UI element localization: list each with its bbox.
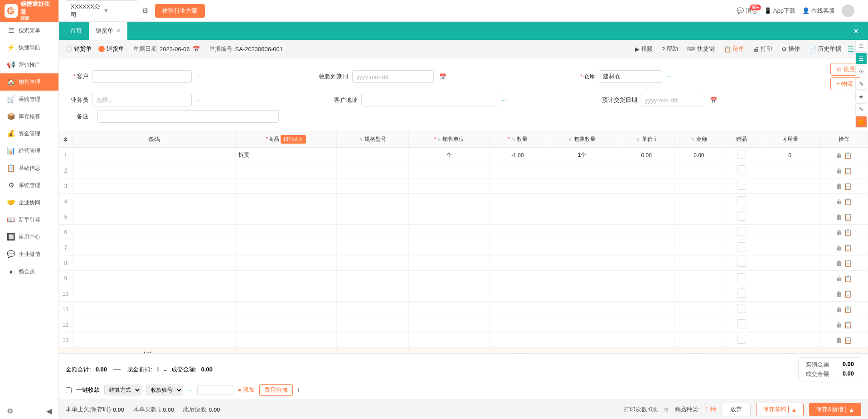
tab-home[interactable]: 首页 xyxy=(63,22,89,40)
cell-barcode-6[interactable] xyxy=(73,225,235,240)
delete-row-icon-8[interactable]: 🗑 xyxy=(836,260,842,267)
sidebar-item-operations[interactable]: 📊 经营管理 xyxy=(0,142,58,159)
cell-amount-5[interactable] xyxy=(675,209,723,225)
help-btn[interactable]: ? 帮助 xyxy=(659,43,681,54)
right-icon-5[interactable]: ★ xyxy=(855,91,867,102)
cell-gift-8[interactable] xyxy=(723,255,760,271)
cell-spec-13[interactable] xyxy=(336,332,408,348)
cell-qty-11[interactable] xyxy=(490,302,546,317)
sidebar-settings-btn[interactable]: ⚙ xyxy=(7,407,13,415)
cell-amount-6[interactable] xyxy=(675,225,723,240)
cell-qty-9[interactable] xyxy=(490,271,546,286)
cell-barcode-12[interactable] xyxy=(73,317,235,332)
copy-row-icon-7[interactable]: 📋 xyxy=(844,244,852,251)
copy-row-icon-13[interactable]: 📋 xyxy=(844,337,852,344)
cell-gift-1[interactable] xyxy=(723,148,760,163)
cell-qty-1[interactable]: -1.00 xyxy=(490,148,546,163)
cell-spec-7[interactable] xyxy=(336,240,408,255)
cell-unit-4[interactable] xyxy=(409,194,490,209)
cell-unit-price-6[interactable] xyxy=(618,225,675,240)
cell-barcode-5[interactable] xyxy=(73,209,235,225)
cell-goods-11[interactable] xyxy=(235,302,336,317)
cell-unit-9[interactable] xyxy=(409,271,490,286)
delete-row-icon-10[interactable]: 🗑 xyxy=(836,290,842,298)
customer-input[interactable] xyxy=(92,70,192,83)
cell-gift-9[interactable] xyxy=(723,271,760,286)
delete-row-icon-1[interactable]: 🗑 xyxy=(836,152,842,159)
cell-gift-4[interactable] xyxy=(723,194,760,209)
cell-unit-price-8[interactable] xyxy=(618,255,675,271)
cell-amount-4[interactable] xyxy=(675,194,723,209)
online-service-btn[interactable]: 👤 在线客服 xyxy=(802,7,835,15)
tab-close-right-btn[interactable]: ✕ xyxy=(849,27,863,35)
copy-row-icon-2[interactable]: 📋 xyxy=(844,167,852,174)
cell-amount-13[interactable] xyxy=(675,332,723,348)
copy-row-icon-11[interactable]: 📋 xyxy=(844,306,852,313)
cash-discount-info[interactable]: ℹ xyxy=(157,366,159,373)
arrears-info-icon[interactable]: ℹ xyxy=(159,406,161,413)
list-view-btn[interactable]: ☰ xyxy=(848,45,854,53)
copy-row-icon-10[interactable]: 📋 xyxy=(844,290,852,298)
cell-unit-price-3[interactable] xyxy=(618,178,675,194)
sidebar-item-finance[interactable]: 💰 资金管理 xyxy=(0,125,58,142)
date-calendar-icon[interactable]: 📅 xyxy=(193,46,200,53)
expense-split-btn[interactable]: 费用分摊 xyxy=(259,384,293,396)
cell-gift-2[interactable] xyxy=(723,163,760,178)
cell-amount-8[interactable] xyxy=(675,255,723,271)
cell-unit-price-1[interactable]: 0.00 xyxy=(618,148,675,163)
cell-barcode-3[interactable] xyxy=(73,178,235,194)
company-selector[interactable]: XXXXXX公司 ▼ xyxy=(66,0,138,21)
cell-amount-12[interactable] xyxy=(675,317,723,332)
cell-unit-price-5[interactable] xyxy=(618,209,675,225)
sidebar-item-sales-mgmt[interactable]: 🏠 销售管理 xyxy=(0,73,58,91)
right-icon-7[interactable]: 🔶 xyxy=(855,116,867,128)
cell-spec-2[interactable] xyxy=(336,163,408,178)
cell-goods-12[interactable] xyxy=(235,317,336,332)
cell-barcode-13[interactable] xyxy=(73,332,235,348)
cell-amount-3[interactable] xyxy=(675,178,723,194)
cell-spec-1[interactable] xyxy=(336,148,408,163)
cell-spec-10[interactable] xyxy=(336,286,408,302)
cell-barcode-11[interactable] xyxy=(73,302,235,317)
select-btn[interactable]: 📋 选单 xyxy=(721,43,747,54)
shortcut-btn[interactable]: ⌨ 快捷键 xyxy=(684,43,718,54)
cell-gift-6[interactable] xyxy=(723,225,760,240)
cell-qty-7[interactable] xyxy=(490,240,546,255)
sidebar-item-purchase-mgmt[interactable]: 🛒 采购管理 xyxy=(0,91,58,108)
cell-gift-3[interactable] xyxy=(723,178,760,194)
video-btn[interactable]: ▶ 视频 xyxy=(632,43,655,54)
remarks-input[interactable] xyxy=(97,110,279,123)
cell-spec-3[interactable] xyxy=(336,178,408,194)
sidebar-item-app-center[interactable]: 🔲 应用中心 xyxy=(0,228,58,246)
cell-unit-13[interactable] xyxy=(409,332,490,348)
cell-spec-6[interactable] xyxy=(336,225,408,240)
right-icon-6[interactable]: ✎ xyxy=(855,103,867,115)
delete-row-icon-2[interactable]: 🗑 xyxy=(836,167,842,174)
cell-pkg-qty-11[interactable] xyxy=(546,302,618,317)
delete-row-icon-7[interactable]: 🗑 xyxy=(836,244,842,251)
cell-goods-6[interactable] xyxy=(235,225,336,240)
cell-unit-price-11[interactable] xyxy=(618,302,675,317)
cell-qty-13[interactable] xyxy=(490,332,546,348)
right-icon-4[interactable]: ✎ xyxy=(855,78,867,90)
cell-unit-1[interactable]: 个 xyxy=(409,148,490,163)
th-settings[interactable]: ⚙ xyxy=(59,131,73,148)
cell-qty-5[interactable] xyxy=(490,209,546,225)
cell-unit-5[interactable] xyxy=(409,209,490,225)
add-payment-btn[interactable]: ● 添加 xyxy=(238,386,255,394)
customer-address-more-btn[interactable]: ··· xyxy=(502,97,506,103)
scan-barcode-btn[interactable]: 扫码录入 xyxy=(281,135,306,144)
cell-goods-3[interactable] xyxy=(235,178,336,194)
warehouse-more-btn[interactable]: ··· xyxy=(667,73,671,80)
copy-row-icon-8[interactable]: 📋 xyxy=(844,260,852,267)
history-btn[interactable]: 📄 历史单据 xyxy=(806,43,844,54)
tab-sales-order[interactable]: 销货单 ✕ xyxy=(89,22,127,40)
app-download-btn[interactable]: 📱 App下载 xyxy=(764,7,795,15)
cell-pkg-qty-2[interactable] xyxy=(546,163,618,178)
cell-barcode-7[interactable] xyxy=(73,240,235,255)
copy-row-icon-12[interactable]: 📋 xyxy=(844,321,852,328)
cell-unit-price-2[interactable] xyxy=(618,163,675,178)
warehouse-input[interactable]: 建材仓 xyxy=(599,70,662,83)
radio-sales[interactable]: 销货单 xyxy=(66,45,92,53)
right-icon-2[interactable]: ☰ xyxy=(855,53,867,64)
